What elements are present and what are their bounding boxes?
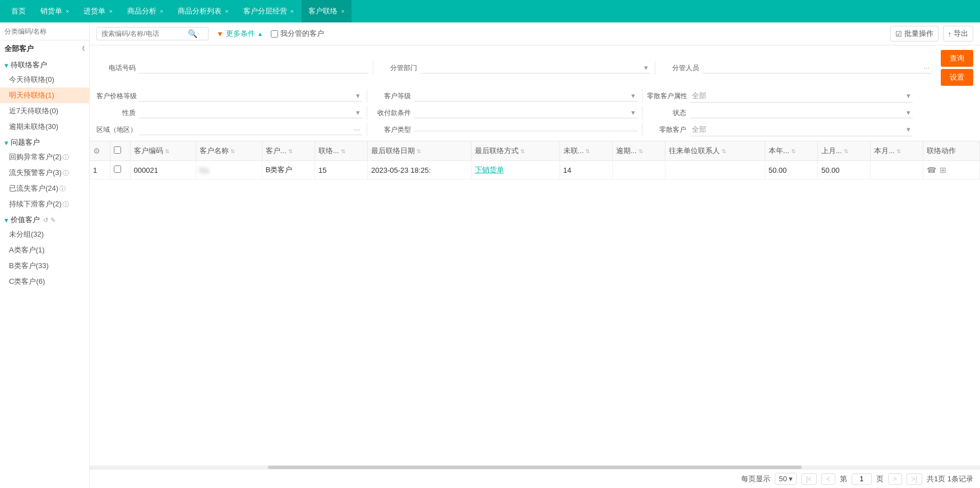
cell-contact-count: 15 [315,161,367,179]
nav-customer-layer[interactable]: 客户分层经营 × [237,0,301,22]
col-last-month[interactable]: 上月... ⇅ [817,141,870,161]
sidebar-declining[interactable]: 持续下滑客户(2) ⓘ [0,196,89,212]
cell-checkbox[interactable] [110,161,130,179]
sidebar-overdue-contact[interactable]: 逾期未联络(30) [0,119,89,135]
sidebar-7days-contact[interactable]: 近7天待联络(0) [0,103,89,119]
sidebar-class-b[interactable]: B类客户(33) [0,258,89,274]
filter-scatter-attr-select[interactable]: 全部 ▾ [690,90,913,103]
select-all-checkbox[interactable] [114,146,121,154]
pagination: 每页显示 50 ▾ |< < 第 页 > >| 共1页 1条记录 [90,469,980,488]
sidebar-repurchase-abnormal[interactable]: 回购异常客户(2) ⓘ [0,149,89,165]
query-action-area: 查询 设置 [941,50,973,86]
filter-scatter-customer-label: 零散客户 [647,125,686,135]
nav-purchase[interactable]: 进货单 × [77,0,119,22]
cell-code: 000021 [130,161,196,179]
filter-manager-select[interactable]: ··· [702,62,932,73]
col-overdue[interactable]: 逾期... ⇅ [612,141,665,161]
more-filter-btn[interactable]: ▼ 更多条件 ▲ [213,27,266,40]
filter-scatter-customer-select[interactable]: 全部 ▾ [690,123,913,136]
cell-last-contact-method[interactable]: 下销货单 [471,161,560,179]
filter-nature-select[interactable]: ▾ [139,107,362,118]
page-size-selector[interactable]: 50 ▾ [775,473,796,485]
row-checkbox[interactable] [114,165,121,173]
sidebar-class-a[interactable]: A类客户(1) [0,242,89,258]
more-icon-manager: ··· [923,63,930,72]
nav-close-sales[interactable]: × [66,8,69,15]
nav-close-product-list[interactable]: × [225,8,228,15]
col-contact-count[interactable]: 联络... ⇅ [315,141,367,161]
col-name[interactable]: 客户名称 ⇅ [196,141,262,161]
col-settings[interactable]: ⚙ [90,141,110,161]
page-prev-btn[interactable]: < [821,473,835,485]
nav-home[interactable]: 首页 [4,0,33,22]
col-last-contact-date[interactable]: 最后联络日期 ⇅ [368,141,471,161]
my-customers-checkbox-label[interactable]: 我分管的客户 [271,29,324,39]
filter-nature: 性质 ▾ [96,107,362,118]
filter-manager: 分管人员 ··· [660,62,932,73]
nav-close-customer-layer[interactable]: × [290,8,294,15]
filter-phone: 电话号码 [96,63,368,73]
col-no-contact[interactable]: 未联... ⇅ [560,141,612,161]
action-more-icon[interactable]: ⊞ [940,165,946,174]
nav-close-purchase[interactable]: × [109,8,112,15]
settings-icon[interactable]: ⚙ [93,146,100,155]
filter-region-select[interactable]: ··· [139,124,362,135]
my-customers-checkbox[interactable] [271,30,278,38]
sidebar-search-input[interactable] [4,27,89,35]
sidebar-tomorrow-contact[interactable]: 明天待联络(1) [0,88,89,103]
filter-payment-label: 收付款条件 [372,108,411,118]
sidebar-churned[interactable]: 已流失客户(24) ⓘ [0,181,89,196]
nav-close-product-analysis[interactable]: × [160,8,163,15]
col-this-month[interactable]: 本月... ⇅ [871,141,923,161]
contact-method-link[interactable]: 下销货单 [475,165,504,174]
nav-customer-contact[interactable]: 客户联络 × [302,0,351,22]
filter-region: 区域（地区） ··· [96,124,362,135]
col-action: 联络动作 [923,141,980,161]
col-unit-contact[interactable]: 往来单位联系人 ⇅ [665,141,765,161]
all-customers-header[interactable]: 全部客户 《 [0,40,89,57]
nav-sales[interactable]: 销货单 × [34,0,76,22]
sidebar-today-contact[interactable]: 今天待联络(0) [0,72,89,88]
scrollbar-thumb[interactable] [268,466,802,469]
filter-phone-input[interactable] [139,63,368,73]
search-input[interactable] [101,30,186,38]
export-btn[interactable]: ↑ 导出 [943,26,974,42]
filter-payment-select[interactable]: ▾ [414,107,637,118]
page-first-btn[interactable]: |< [801,473,817,485]
horizontal-scrollbar[interactable] [90,466,980,469]
value-group-edit-icon[interactable]: ✎ [50,217,56,224]
value-group-refresh-icon[interactable]: ↺ [43,217,48,224]
page-next-btn[interactable]: > [888,473,902,485]
col-checkbox[interactable] [110,141,130,161]
sort-icon-name: ⇅ [230,148,235,154]
search-icon[interactable]: 🔍 [188,29,197,38]
filter-scatter-attr: 零散客户属性 全部 ▾ [647,90,913,103]
sidebar-class-c[interactable]: C类客户(6) [0,274,89,289]
filter-customer-level-select[interactable]: ▾ [414,90,637,102]
set-btn[interactable]: 设置 [941,69,973,86]
chevron-down-icon-dept: ▾ [644,63,648,72]
sidebar-churn-warning[interactable]: 流失预警客户(3) ⓘ [0,165,89,181]
page-number-input[interactable] [852,473,872,485]
nav-close-customer-contact[interactable]: × [341,8,344,15]
filter-row-1: 电话号码 分管部门 ▾ 分管人员 ··· [96,50,973,86]
action-call-icon[interactable]: ☎ [927,165,936,174]
sort-icon-overdue: ⇅ [639,148,643,154]
col-type[interactable]: 客户... ⇅ [262,141,315,161]
query-btn[interactable]: 查询 [941,50,973,67]
group-problem-customers: ▾ 问题客户 [0,135,89,149]
col-year-amount[interactable]: 本年... ⇅ [765,141,817,161]
col-code[interactable]: 客户编码 ⇅ [130,141,196,161]
action-icons: ☎ ⊞ [927,165,976,174]
page-last-btn[interactable]: >| [907,473,922,485]
filter-customer-type-select[interactable] [414,128,637,131]
sidebar-ungrouped[interactable]: 未分组(32) [0,227,89,242]
batch-operation-btn[interactable]: ☑ 批量操作 [890,26,939,42]
filter-dept-select[interactable]: ▾ [420,62,650,73]
nav-product-analysis-list[interactable]: 商品分析列表 × [171,0,235,22]
col-last-contact-method[interactable]: 最后联络方式 ⇅ [471,141,560,161]
filter-price-level: 客户价格等级 ▾ [96,90,362,102]
filter-status-select[interactable]: ▾ [690,107,913,118]
nav-product-analysis[interactable]: 商品分析 × [121,0,170,22]
filter-price-level-select[interactable]: ▾ [139,90,362,102]
